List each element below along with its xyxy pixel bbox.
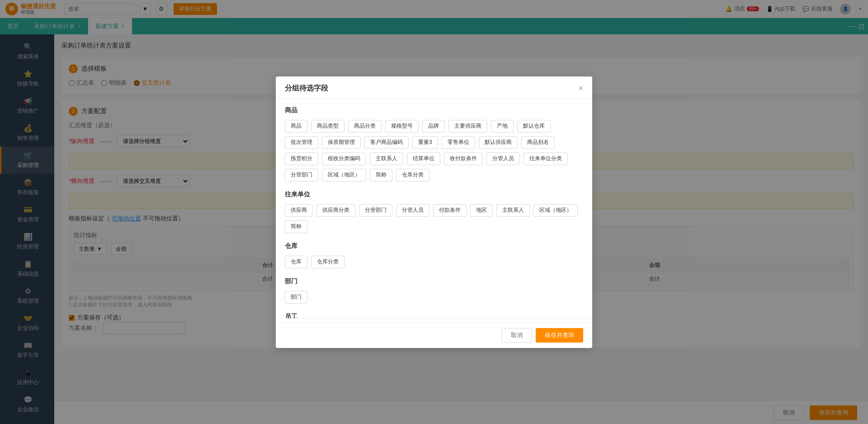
field-tag[interactable]: 规格型号 [385,120,419,133]
modal-footer: 取消 保存并查询 [276,322,592,348]
field-tag[interactable]: 结算单位 [407,152,440,165]
field-group-goods-title: 商品 [285,106,583,114]
field-tag[interactable]: 保质期管理 [322,136,361,149]
field-tag[interactable]: 分管人员 [486,152,520,165]
field-tag[interactable]: 商品类型 [311,120,344,133]
field-tag[interactable]: 部门 [285,291,307,304]
field-group-warehouse: 仓库 仓库 仓库分类 [285,242,583,268]
field-tags-partner: 供应商 供应商分类 分管部门 分管人员 付款条件 地区 主联系人 区域（地区） … [285,204,583,233]
field-group-department-title: 部门 [285,277,583,286]
modal-cancel-btn[interactable]: 取消 [501,328,532,343]
field-tag[interactable]: 仓库 [285,256,307,268]
field-tag[interactable]: 重量3 [412,136,438,149]
field-tag[interactable]: 拣货积分 [285,152,318,165]
field-tag[interactable]: 区域（地区） [322,169,366,181]
field-select-modal: 分组待选字段 × 商品 商品 商品类型 商品分类 规格型号 品牌 主要供应商 产… [276,76,592,348]
field-tag[interactable]: 往来单位分类 [524,152,568,165]
modal-overlay: 分组待选字段 × 商品 商品 商品类型 商品分类 规格型号 品牌 主要供应商 产… [0,0,868,424]
modal-body: 商品 商品 商品类型 商品分类 规格型号 品牌 主要供应商 产地 默认仓库 批次… [276,99,592,318]
field-tag[interactable]: 分管人员 [396,204,429,217]
field-tag[interactable]: 商品分类 [348,120,382,133]
field-tag[interactable]: 主联系人 [370,152,403,165]
field-tag[interactable]: 收付款条件 [444,152,483,165]
modal-header: 分组待选字段 × [276,76,592,99]
field-tag[interactable]: 客户商品编码 [364,136,409,149]
field-tag[interactable]: 仓库分类 [396,169,429,181]
field-tag[interactable]: 默认供应商 [479,136,518,149]
field-group-warehouse-title: 仓库 [285,242,583,250]
field-tag[interactable]: 产地 [491,120,514,133]
field-tag[interactable]: 供应商 [285,204,313,217]
modal-hscroll[interactable] [276,318,592,322]
field-tag[interactable]: 供应商分类 [316,204,355,217]
field-tags-warehouse: 仓库 仓库分类 [285,256,583,268]
field-tag[interactable]: 品牌 [422,120,445,133]
field-tag[interactable]: 付款条件 [433,204,467,217]
field-group-employee-title: 员工 [285,313,583,318]
field-tag[interactable]: 简称 [370,169,392,181]
modal-title: 分组待选字段 [285,84,328,93]
field-tag[interactable]: 税收分类编码 [322,152,366,165]
field-tags-goods: 商品 商品类型 商品分类 规格型号 品牌 主要供应商 产地 默认仓库 批次管理 … [285,120,583,181]
field-tags-department: 部门 [285,291,583,304]
field-tag[interactable]: 简称 [285,220,307,233]
field-tag[interactable]: 分管部门 [359,204,392,217]
field-group-employee: 员工 业务员 [285,313,583,318]
field-tag[interactable]: 零售单位 [442,136,475,149]
field-tag[interactable]: 默认仓库 [517,120,551,133]
field-tag[interactable]: 仓库分类 [311,256,344,268]
field-tag[interactable]: 主要供应商 [448,120,487,133]
field-tag[interactable]: 地区 [470,204,493,217]
field-tag[interactable]: 商品别名 [521,136,555,149]
field-group-department: 部门 部门 [285,277,583,304]
modal-confirm-btn[interactable]: 保存并查询 [536,328,583,343]
modal-close-btn[interactable]: × [578,84,583,93]
field-tag[interactable]: 批次管理 [285,136,318,149]
field-group-partner-title: 往来单位 [285,191,583,199]
field-tag[interactable]: 主联系人 [496,204,530,217]
field-tag[interactable]: 区域（地区） [533,204,578,217]
field-group-goods: 商品 商品 商品类型 商品分类 规格型号 品牌 主要供应商 产地 默认仓库 批次… [285,106,583,181]
field-tag[interactable]: 商品 [285,120,307,133]
field-tag[interactable]: 分管部门 [285,169,318,181]
field-group-partner: 往来单位 供应商 供应商分类 分管部门 分管人员 付款条件 地区 主联系人 区域… [285,191,583,233]
